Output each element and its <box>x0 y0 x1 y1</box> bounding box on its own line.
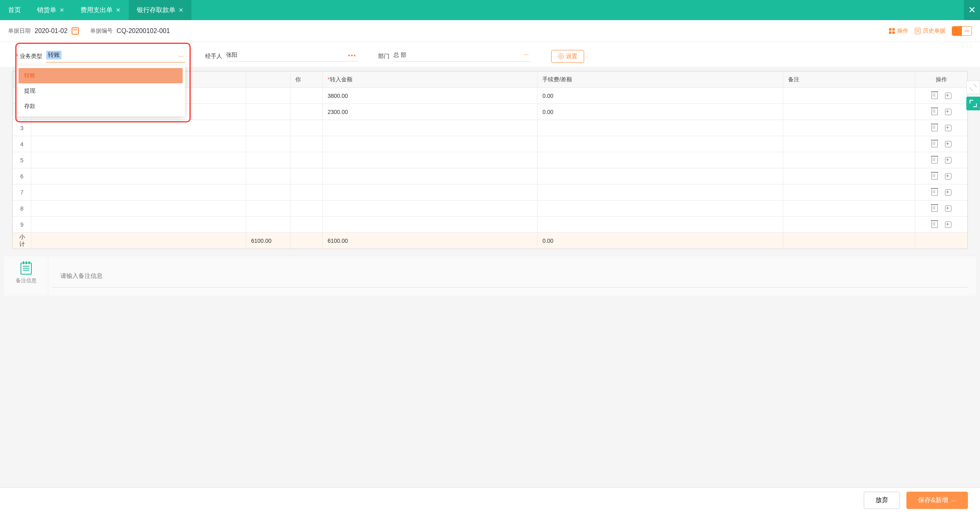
delete-icon[interactable] <box>931 173 938 180</box>
copy-icon[interactable] <box>945 157 951 163</box>
docno-value: CQ-20200102-001 <box>117 27 170 35</box>
delete-icon[interactable] <box>931 141 938 147</box>
remark-label: 备注信息 <box>4 256 48 296</box>
dept-field: 部门 总 部 〈 <box>378 52 531 62</box>
table-row[interactable]: 3 <box>13 120 968 136</box>
option-transfer[interactable]: 转账 <box>19 68 183 83</box>
subtotal-row: 小计 6100.00 6100.00 0.00 <box>13 233 968 249</box>
table-row[interactable]: 8 <box>13 201 968 217</box>
chevron-up-icon: 〈 <box>177 52 184 58</box>
delete-icon[interactable] <box>931 109 938 115</box>
calendar-icon[interactable] <box>72 27 79 35</box>
copy-icon[interactable] <box>945 205 951 212</box>
close-icon[interactable]: ✕ <box>179 7 183 13</box>
tabs-bar: 首页 销货单✕ 费用支出单✕ 银行存取款单✕ ✕ <box>0 0 980 20</box>
history-button[interactable]: 历史单据 <box>915 27 945 35</box>
handler-field: 经手人 张阳 ••• <box>205 52 358 62</box>
table-row[interactable]: 7 <box>13 184 968 201</box>
grid-icon <box>889 28 895 34</box>
option-withdraw[interactable]: 提现 <box>19 83 183 99</box>
attachment-button[interactable] <box>966 81 980 94</box>
copy-icon[interactable] <box>945 141 951 147</box>
date-label: 单据日期 <box>8 27 31 35</box>
gear-icon <box>558 54 564 59</box>
handler-input[interactable]: 张阳 ••• <box>226 52 358 62</box>
close-icon[interactable]: ✕ <box>116 7 121 13</box>
view-list-button[interactable] <box>952 27 962 35</box>
option-deposit[interactable]: 存款 <box>19 99 183 114</box>
copy-icon[interactable] <box>945 93 951 99</box>
close-icon[interactable]: ✕ <box>60 7 64 13</box>
biztype-field: *业务类型 转账 〈 .chev{transform:rotate(90deg)… <box>16 51 185 62</box>
col-out-amount <box>246 72 290 88</box>
table-row[interactable]: 5 <box>13 152 968 168</box>
link-icon <box>969 83 978 92</box>
col-in-amount: *转入金额 <box>323 72 537 88</box>
delete-icon[interactable] <box>931 205 938 212</box>
delete-icon[interactable] <box>931 125 938 131</box>
header-bar: 单据日期 2020-01-02 单据编号 CQ-20200102-001 操作 … <box>0 20 980 42</box>
more-icon[interactable]: ••• <box>348 52 356 59</box>
delete-icon[interactable] <box>931 157 938 163</box>
expand-icon <box>970 101 976 106</box>
note-icon <box>21 263 32 275</box>
remark-input[interactable] <box>52 264 968 288</box>
view-grid-button[interactable] <box>962 27 972 35</box>
delete-icon[interactable] <box>931 221 938 228</box>
right-rail <box>966 81 980 110</box>
table-row[interactable]: 4 <box>13 136 968 152</box>
delete-icon[interactable] <box>931 189 938 196</box>
col-action: 操作 <box>915 72 968 88</box>
table-row[interactable]: 6 <box>13 168 968 184</box>
copy-icon[interactable] <box>945 173 951 180</box>
table-row[interactable]: 9 <box>13 217 968 233</box>
delete-icon[interactable] <box>931 93 938 99</box>
document-icon <box>915 28 920 34</box>
copy-icon[interactable] <box>945 221 951 228</box>
expand-button[interactable] <box>966 97 980 110</box>
close-panel-button[interactable]: ✕ <box>964 0 980 20</box>
biztype-dropdown: 转账 提现 存款 <box>16 66 185 116</box>
copy-icon[interactable] <box>945 109 951 115</box>
remark-section: 备注信息 <box>4 256 976 296</box>
view-toggle <box>952 26 972 36</box>
docno-label: 单据编号 <box>90 27 113 35</box>
date-value[interactable]: 2020-01-02 <box>35 27 68 35</box>
col-remark: 备注 <box>783 72 915 88</box>
chevron-down-icon: 〈 <box>523 53 530 59</box>
col-in-account: 你 <box>290 72 323 88</box>
tab-home[interactable]: 首页 <box>0 0 29 20</box>
copy-icon[interactable] <box>945 125 951 131</box>
biztype-select[interactable]: 转账 〈 <box>46 51 185 62</box>
dept-select[interactable]: 总 部 〈 <box>393 52 531 62</box>
settings-button[interactable]: 设置 <box>551 50 584 63</box>
col-fee: 手续费/差额 <box>537 72 783 88</box>
tab-expense[interactable]: 费用支出单✕ <box>72 0 129 20</box>
copy-icon[interactable] <box>945 189 951 196</box>
tab-bank[interactable]: 银行存取款单✕ <box>129 0 191 20</box>
tab-sales[interactable]: 销货单✕ <box>29 0 72 20</box>
operations-button[interactable]: 操作 <box>889 27 908 35</box>
form-row: *业务类型 转账 〈 .chev{transform:rotate(90deg)… <box>0 42 980 67</box>
